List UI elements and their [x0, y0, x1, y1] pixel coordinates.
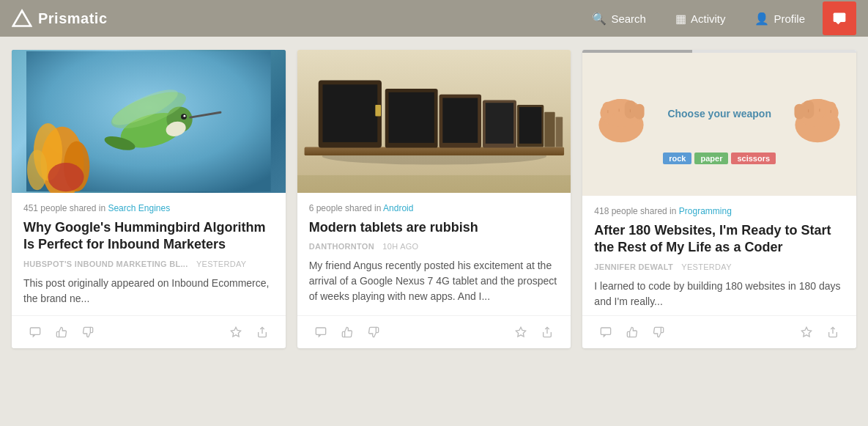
rps-tags: rock paper scissors — [663, 153, 776, 164]
svg-marker-59 — [801, 327, 811, 337]
svg-rect-37 — [316, 328, 325, 334]
card-1-shared: 451 people shared in Search Engines — [23, 203, 274, 213]
card-1-actions — [12, 315, 286, 348]
svg-point-8 — [48, 163, 84, 191]
card-3-thumbdown-button[interactable] — [647, 323, 670, 341]
nav-activity[interactable]: ▦ Activity — [661, 0, 741, 37]
rps-choose-text: Choose your weapon — [667, 107, 771, 120]
bookmark-icon — [230, 326, 242, 338]
svg-rect-36 — [555, 117, 563, 147]
header-nav: 🔍 Search ▦ Activity 👤 Profile — [577, 0, 856, 37]
svg-rect-58 — [601, 328, 611, 334]
svg-rect-45 — [635, 103, 645, 119]
thumbup-icon — [626, 326, 638, 338]
activity-icon: ▦ — [675, 12, 686, 26]
card-3-comment-button[interactable] — [594, 323, 617, 341]
card-2-body: 6 people shared in Android Modern tablet… — [297, 193, 571, 315]
tablets-svg — [297, 50, 571, 178]
card-tablets: 6 people shared in Android Modern tablet… — [297, 50, 571, 348]
nav-search[interactable]: 🔍 Search — [577, 0, 661, 37]
card-1-meta: HUBSPOT'S INBOUND MARKETING BL... YESTER… — [23, 260, 274, 268]
svg-rect-42 — [603, 101, 614, 118]
card-1-title: Why Google's Hummingbird Algorithm Is Pe… — [23, 219, 274, 254]
rps-paper-tag[interactable]: paper — [694, 153, 728, 164]
card-1-comment-button[interactable] — [23, 323, 47, 341]
share-icon — [827, 326, 839, 338]
card-1-share-button[interactable] — [251, 323, 274, 341]
svg-rect-33 — [519, 107, 541, 144]
comment-icon — [29, 326, 41, 338]
card-1-image — [12, 50, 286, 193]
comment-icon — [600, 326, 612, 338]
card-3-share-button[interactable] — [821, 323, 845, 341]
svg-rect-54 — [794, 103, 804, 119]
card-3-title: After 180 Websites, I'm Ready to Start t… — [594, 222, 845, 257]
card-3-actions-left — [594, 323, 670, 341]
left-fist-icon — [590, 85, 653, 144]
card-1-thumbdown-button[interactable] — [76, 323, 100, 341]
card-3-excerpt: I learned to code by building 180 websit… — [594, 279, 845, 309]
logo-text: Prismatic — [38, 10, 108, 27]
card-3-image: Choose your weapon — [582, 53, 856, 196]
card-3-tag[interactable]: Programming — [679, 206, 732, 216]
card-1-tag[interactable]: Search Engines — [108, 203, 170, 213]
card-1-bookmark-button[interactable] — [224, 323, 248, 341]
logo[interactable]: Prismatic — [12, 8, 577, 29]
card-2-time: 10H AGO — [382, 242, 418, 251]
card-1-thumbup-button[interactable] — [50, 323, 73, 341]
card-2-shared: 6 people shared in Android — [309, 203, 560, 213]
card-3-author: JENNIFER DEWALT — [594, 262, 673, 271]
card-1-excerpt: This post originally appeared on Inbound… — [23, 276, 274, 309]
svg-rect-34 — [375, 105, 381, 116]
chat-button[interactable] — [823, 1, 856, 35]
card-3-bookmark-button[interactable] — [795, 323, 818, 341]
svg-rect-51 — [826, 101, 837, 118]
svg-rect-27 — [388, 92, 434, 143]
svg-rect-29 — [442, 98, 478, 143]
rps-scissors-tag[interactable]: scissors — [731, 153, 776, 164]
card-1-body: 451 people shared in Search Engines Why … — [12, 193, 286, 315]
card-2-share-button[interactable] — [535, 323, 559, 341]
rps-rock-tag[interactable]: rock — [663, 153, 691, 164]
card-2-bookmark-button[interactable] — [509, 323, 533, 341]
thumbup-icon — [341, 326, 353, 338]
card-rps: Choose your weapon — [582, 50, 856, 348]
svg-marker-0 — [13, 11, 31, 26]
header: Prismatic 🔍 Search ▦ Activity 👤 Profile — [0, 0, 868, 37]
card-2-image — [297, 50, 571, 193]
card-1-actions-left — [23, 323, 100, 341]
svg-rect-52 — [814, 98, 825, 118]
card-1-time: YESTERDAY — [196, 260, 247, 268]
nav-search-label: Search — [611, 12, 646, 25]
share-icon — [256, 326, 268, 338]
card-2-actions-right — [509, 323, 559, 341]
svg-marker-19 — [231, 327, 240, 337]
card-2-tag[interactable]: Android — [383, 203, 413, 213]
card-2-excerpt: My friend Angus recently posted his exci… — [309, 258, 560, 309]
svg-rect-1 — [834, 13, 846, 23]
card-2-actions-left — [309, 323, 385, 341]
svg-rect-23 — [304, 147, 564, 155]
main-content: 451 people shared in Search Engines Why … — [0, 37, 868, 361]
card-2-thumbdown-button[interactable] — [362, 323, 385, 341]
hummingbird-svg — [26, 50, 271, 193]
card-3-actions-right — [795, 323, 845, 341]
nav-profile[interactable]: 👤 Profile — [740, 0, 820, 37]
card-3-shared: 418 people shared in Programming — [594, 206, 845, 216]
card-3-actions — [582, 315, 856, 348]
card-hummingbird: 451 people shared in Search Engines Why … — [12, 50, 286, 348]
svg-point-7 — [27, 150, 47, 190]
card-3-body: 418 people shared in Programming After 1… — [582, 196, 856, 315]
card-1-author: HUBSPOT'S INBOUND MARKETING BL... — [23, 260, 188, 268]
card-2-thumbup-button[interactable] — [335, 323, 359, 341]
svg-marker-38 — [516, 327, 526, 337]
thumbdown-icon — [82, 326, 94, 338]
profile-icon: 👤 — [754, 12, 769, 26]
card-2-author: DANTHORNTON — [309, 242, 374, 251]
card-2-comment-button[interactable] — [309, 323, 333, 341]
svg-rect-18 — [30, 328, 40, 334]
card-3-thumbup-button[interactable] — [620, 323, 644, 341]
bookmark-icon — [515, 326, 527, 338]
svg-rect-43 — [614, 98, 625, 118]
thumbdown-icon — [653, 326, 664, 338]
